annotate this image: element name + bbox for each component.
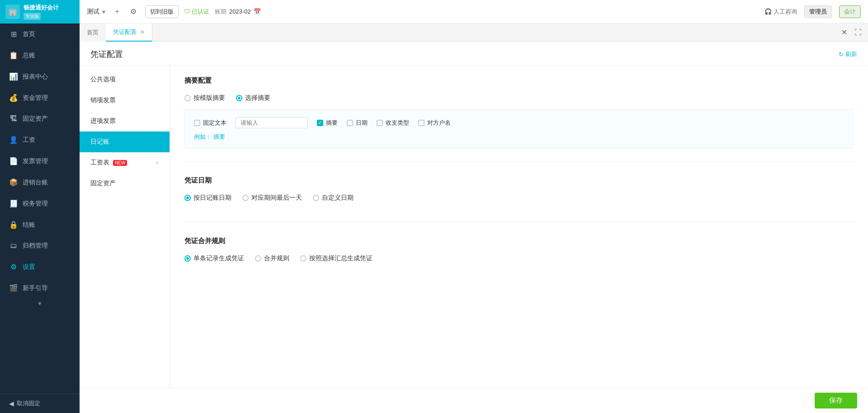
- tab-active-label: 凭证配置: [113, 28, 137, 36]
- page-title-row: 凭证配置 ↻ 刷新: [90, 49, 857, 60]
- logo-name: 畅捷通好会计: [24, 4, 59, 12]
- fixed-text-input[interactable]: [236, 117, 308, 128]
- sidebar-item-fund-management[interactable]: 💰 资金管理: [0, 87, 80, 108]
- home-icon: ⊞: [9, 30, 18, 38]
- sidebar-item-label: 税务管理: [23, 200, 48, 208]
- checkbox-label-summary: 摘要: [326, 119, 338, 127]
- radio-template-summary[interactable]: 按模版摘要: [184, 94, 225, 102]
- period-value: 2023-02: [229, 8, 251, 15]
- page-header: 凭证配置 ↻ 刷新: [80, 42, 868, 66]
- tab-maximize-button[interactable]: ⛶: [852, 27, 864, 38]
- guide-icon: 🎬: [9, 284, 18, 292]
- left-nav-fixed-assets[interactable]: 固定资产: [80, 173, 170, 194]
- sidebar-logo: 🏢 畅捷通好会计 专业版: [0, 0, 80, 23]
- checkbox-box-income-type: [377, 120, 383, 126]
- section-summary-config: 摘要配置 按模版摘要 选择摘要: [184, 76, 854, 162]
- refresh-button[interactable]: ↻ 刷新: [839, 50, 857, 58]
- topbar-role-button[interactable]: 会计: [839, 5, 861, 18]
- sidebar-item-archive-management[interactable]: 🗂 归档管理: [0, 235, 80, 256]
- sidebar-item-settings[interactable]: ⚙ 设置: [0, 256, 80, 277]
- checkbox-date[interactable]: 日期: [347, 119, 368, 127]
- radio-circle-period-last-day: [242, 195, 249, 201]
- sidebar-item-report-center[interactable]: 📊 报表中心: [0, 66, 80, 87]
- checkbox-box-counterparty: [418, 120, 425, 126]
- cancel-fixed-button[interactable]: ◀ 取消固定: [9, 399, 71, 408]
- left-nav-journal[interactable]: 日记账: [80, 131, 170, 152]
- left-nav-label: 固定资产: [90, 179, 116, 187]
- topbar-consult[interactable]: 🎧 人工咨询: [764, 8, 797, 16]
- radio-select-summary-generate[interactable]: 按照选择汇总生成凭证: [300, 254, 373, 263]
- left-nav-public-options[interactable]: 公共选项: [80, 69, 170, 90]
- radio-circle-custom-date: [313, 195, 319, 201]
- tab-voucher-config[interactable]: 凭证配置 ✕: [106, 23, 152, 42]
- left-nav: 公共选项 销项发票 进项发票 日记账 工资表 NEW: [80, 66, 170, 388]
- left-nav-label: 日记账: [90, 138, 109, 145]
- tab-close-button[interactable]: ✕: [140, 29, 145, 35]
- refresh-icon: ↻: [839, 51, 844, 58]
- calendar-icon[interactable]: 📅: [254, 8, 261, 15]
- sidebar-item-closing[interactable]: 🔒 结账: [0, 214, 80, 235]
- save-button[interactable]: 保存: [815, 393, 857, 408]
- sidebar-item-sales-ledger[interactable]: 📦 进销台账: [0, 172, 80, 193]
- checkbox-income-type[interactable]: 收支类型: [377, 119, 409, 127]
- checkbox-summary[interactable]: 摘要: [317, 119, 338, 127]
- ledger-icon: 📋: [9, 51, 18, 60]
- voucher-date-radio-group: 按日记账日期 对应期间最后一天 自定义日期: [184, 194, 854, 202]
- radio-circle-journal-date: [184, 195, 191, 201]
- topbar-switch-button[interactable]: 切到旧版: [145, 5, 179, 18]
- sidebar-item-beginner-guide[interactable]: 🎬 新手引导: [0, 277, 80, 299]
- radio-select-summary[interactable]: 选择摘要: [236, 94, 270, 102]
- radio-label-journal-date: 按日记账日期: [193, 194, 231, 202]
- radio-journal-date[interactable]: 按日记账日期: [184, 194, 231, 202]
- voucher-merge-title: 凭证合并规则: [184, 237, 854, 245]
- topbar-user-button[interactable]: 管理员: [804, 5, 832, 18]
- archive-icon: 🗂: [9, 242, 18, 250]
- checkbox-box-fixed-text: [194, 120, 200, 126]
- checkbox-area: 固定文本 摘要 日期: [184, 109, 854, 149]
- checkbox-label-fixed-text: 固定文本: [203, 119, 226, 127]
- topbar-project[interactable]: 测试 ▾: [87, 8, 105, 16]
- sidebar-item-label: 发票管理: [23, 157, 48, 165]
- invoice-icon: 📄: [9, 157, 18, 165]
- radio-label-select: 选择摘要: [245, 94, 270, 102]
- sidebar-item-home[interactable]: ⊞ 首页: [0, 23, 80, 45]
- sidebar-item-fixed-assets[interactable]: 🏗 固定资产: [0, 108, 80, 129]
- tab-home[interactable]: 首页: [80, 23, 106, 42]
- left-nav-payroll-table[interactable]: 工资表 NEW ▾: [80, 152, 170, 173]
- headset-icon: 🎧: [764, 8, 772, 15]
- sidebar-footer: ◀ 取消固定: [0, 394, 80, 413]
- checkbox-fixed-text[interactable]: 固定文本: [194, 119, 226, 127]
- radio-custom-date[interactable]: 自定义日期: [313, 194, 354, 202]
- left-nav-label: 销项发票: [90, 96, 116, 103]
- voucher-merge-radio-group: 单条记录生成凭证 合并规则 按照选择汇总生成凭证: [184, 254, 854, 263]
- right-content: 摘要配置 按模版摘要 选择摘要: [170, 66, 868, 388]
- new-badge: NEW: [113, 160, 127, 166]
- fixed-assets-icon: 🏗: [9, 115, 18, 123]
- section-voucher-date: 凭证日期 按日记账日期 对应期间最后一天: [184, 176, 854, 222]
- radio-single-record[interactable]: 单条记录生成凭证: [184, 254, 244, 263]
- refresh-label: 刷新: [845, 50, 857, 58]
- tab-window-controls: ✕ ⛶: [839, 26, 868, 38]
- checkbox-counterparty[interactable]: 对方户名: [418, 119, 451, 127]
- radio-label-select-summary-generate: 按照选择汇总生成凭证: [309, 254, 373, 263]
- radio-merge-rule[interactable]: 合并规则: [255, 254, 289, 263]
- left-nav-sales-invoice[interactable]: 销项发票: [80, 90, 170, 111]
- sidebar-item-label: 设置: [23, 263, 35, 271]
- shield-icon: 🛡: [184, 8, 190, 15]
- radio-period-last-day[interactable]: 对应期间最后一天: [242, 194, 302, 202]
- period-label: 账期: [215, 8, 226, 16]
- sidebar-item-general-ledger[interactable]: 📋 总账: [0, 45, 80, 66]
- sidebar-item-payroll[interactable]: 👤 工资: [0, 129, 80, 150]
- topbar-actions: ＋ ⚙: [111, 5, 140, 18]
- expand-icon: ▾: [156, 160, 159, 166]
- sidebar-scroll: ⊞ 首页 📋 总账 📊 报表中心 💰 资金管理 🏗 固定资产 👤 工资: [0, 23, 80, 394]
- scroll-down-arrow: ▼: [37, 300, 42, 307]
- left-nav-purchase-invoice[interactable]: 进项发票: [80, 111, 170, 131]
- topbar-certified: 🛡 已认证: [184, 8, 209, 16]
- topbar-settings-button[interactable]: ⚙: [127, 5, 140, 18]
- cancel-fixed-icon: ◀: [9, 400, 14, 407]
- sidebar-item-tax-management[interactable]: 🧾 税务管理: [0, 193, 80, 214]
- tab-close-window-button[interactable]: ✕: [839, 26, 850, 38]
- sidebar-item-invoice-management[interactable]: 📄 发票管理: [0, 150, 80, 172]
- topbar-add-button[interactable]: ＋: [111, 5, 123, 18]
